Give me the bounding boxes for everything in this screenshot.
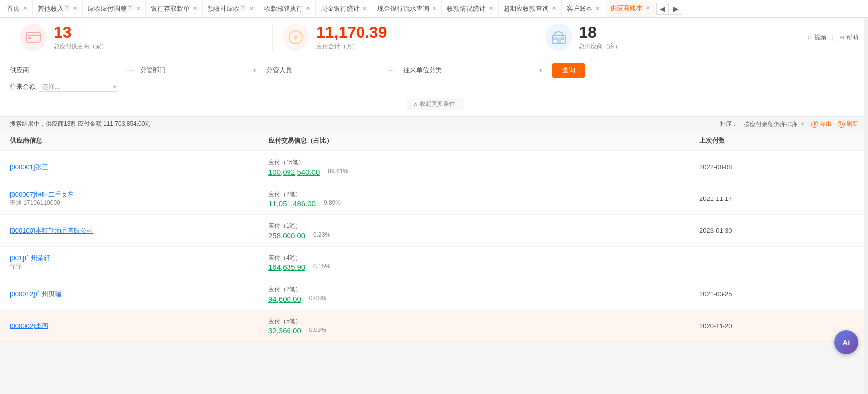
supplier-name-link[interactable]: [000007]恒旺二手叉车	[10, 190, 268, 199]
sort-select-wrap: 按应付余额倒序排序	[744, 121, 805, 128]
nav-tab-ar-ap-adjust[interactable]: 应收应付调整单 ✕	[83, 0, 146, 18]
dept-select[interactable]	[169, 66, 258, 75]
person-dots-icon[interactable]: ···	[388, 66, 395, 75]
tx-amount[interactable]: 164,635.90	[268, 263, 305, 271]
nav-prev-arrow[interactable]: ◀	[656, 3, 669, 15]
tx-amount[interactable]: 100,092,540.00	[268, 168, 320, 176]
nav-tab-home-label: 首页	[7, 4, 20, 13]
tx-percent: 9.89%	[324, 199, 341, 206]
nav-tab-close[interactable]: ✕	[646, 5, 650, 11]
nav-tab-close[interactable]: ✕	[136, 5, 141, 12]
nav-tab-supplier-ledger[interactable]: 供应商账本 ✕	[605, 0, 655, 18]
nav-tab-label: 收款核销执行	[264, 4, 303, 13]
nav-tab-close[interactable]: ✕	[595, 5, 600, 12]
supplier-dots-icon[interactable]: ···	[126, 66, 132, 75]
svg-rect-8	[561, 37, 564, 40]
nav-tab-close[interactable]: ✕	[306, 5, 310, 12]
last-pay-date: 2022-08-08	[699, 163, 732, 171]
nav-tab-receipt-stat[interactable]: 收款情况统计 ✕	[442, 0, 499, 18]
nav-tab-customer-ledger[interactable]: 客户账本 ✕	[562, 0, 605, 18]
stat-total-suppliers: 18 总供应商（家）	[535, 24, 797, 51]
right-scrollbar[interactable]	[864, 18, 868, 342]
last-pay-cell: 2022-08-08	[699, 163, 858, 171]
nav-tab-cash-bank-stat[interactable]: 现金银行统计 ✕	[316, 0, 372, 18]
nav-tab-label: 银行存取款单	[151, 4, 190, 13]
supplier-cell: [000002]李四	[10, 322, 268, 330]
nav-next-arrow[interactable]: ▶	[670, 3, 682, 15]
filter-bar: 供应商 ··· 分管部门 分管人员 ··· 往来单位分类 查询	[0, 57, 868, 117]
refresh-button[interactable]: ↻ 刷新	[838, 120, 858, 128]
nav-tab-close[interactable]: ✕	[552, 5, 556, 12]
top-navigation: 首页 ✕ 其他收入单 ✕ 应收应付调整单 ✕ 银行存取款单 ✕ 预收冲应收单 ✕…	[0, 0, 868, 18]
sort-select[interactable]: 按应付余额倒序排序	[744, 121, 805, 128]
export-button[interactable]: ⬇ 导出	[811, 120, 832, 128]
tx-amount[interactable]: 11,051,486.00	[268, 199, 316, 208]
header-tx-info: 应付交易信息（占比）	[268, 136, 699, 145]
tx-amount[interactable]: 32,366.00	[268, 327, 301, 335]
filter-category: 往来单位分类	[403, 66, 544, 75]
nav-tab-pre-ar[interactable]: 预收冲应收单 ✕	[203, 0, 259, 18]
nav-tab-close[interactable]: ✕	[73, 5, 77, 12]
nav-tab-other-income[interactable]: 其他收入单 ✕	[33, 0, 83, 18]
filter-balance: 往来余额 选择...	[10, 82, 118, 92]
nav-tab-close[interactable]: ✕	[489, 5, 493, 12]
collapse-button[interactable]: ∧ 收起更多条件	[406, 98, 463, 110]
category-select[interactable]	[445, 66, 544, 75]
supplier-name-link[interactable]: [000100]本特勒油品有限公司	[10, 226, 268, 235]
sort-label: 排序：	[720, 120, 738, 128]
nav-tab-close[interactable]: ✕	[432, 5, 436, 12]
supplier-input[interactable]	[32, 66, 122, 75]
filter-row-2: 往来余额 选择...	[10, 82, 858, 92]
svg-rect-2	[28, 37, 31, 39]
data-table: 供应商信息 应付交易信息（占比） 上次付数 [000001]张三 应付（15笔）…	[0, 131, 868, 342]
nav-tab-home[interactable]: 首页 ✕	[2, 0, 33, 18]
nav-tab-close[interactable]: ✕	[193, 5, 197, 12]
last-pay-date: 2020-11-20	[699, 322, 732, 329]
supplier-name-link[interactable]: [001]广州荣轩	[10, 254, 268, 263]
total-suppliers-label: 总供应商（家）	[579, 42, 621, 51]
nav-tab-label: 现金银行流水查询	[377, 4, 429, 13]
refresh-label: 刷新	[846, 120, 858, 128]
last-pay-date: 2021-03-25	[699, 290, 732, 298]
video-icon: ⊙	[807, 34, 812, 41]
tx-amount[interactable]: 94,600.00	[268, 295, 301, 303]
nav-tab-close[interactable]: ✕	[362, 5, 367, 12]
last-pay-date: 2021-11-17	[699, 195, 732, 202]
tx-cell: 应付（1笔） 258,000.00 0.23%	[268, 222, 699, 240]
tx-label: 应付（2笔）	[268, 285, 699, 294]
tx-cell: 应付（15笔） 100,092,540.00 89.61%	[268, 158, 699, 176]
supplier-name-link[interactable]: [000012]广州贝瑞	[10, 290, 268, 299]
person-input[interactable]	[295, 66, 384, 75]
nav-tab-overdue-query[interactable]: 超期应收款查询 ✕	[499, 0, 562, 18]
nav-tab-label: 预收冲应收单	[208, 4, 246, 13]
balance-select-wrap: 选择...	[39, 82, 118, 92]
tx-percent: 0.08%	[309, 295, 326, 302]
last-pay-date: 2023-01-30	[699, 227, 732, 234]
tx-amount[interactable]: 258,000.00	[268, 231, 305, 240]
supplier-cell: [001]广州荣轩 仔仔	[10, 254, 268, 271]
nav-tab-cash-flow-query[interactable]: 现金银行流水查询 ✕	[372, 0, 442, 18]
dept-select-wrap	[169, 66, 258, 75]
supplier-name-link[interactable]: [000002]李四	[10, 322, 268, 330]
table-row-highlighted: [000002]李四 应付（5笔） 32,366.00 0.03% 2020-1…	[0, 310, 868, 342]
payable-total-label: 应付合计（万）	[316, 42, 387, 51]
balance-select[interactable]: 选择...	[39, 82, 118, 92]
supplier-sub: 王通 17106110000	[10, 199, 60, 206]
supplier-sub: 仔仔	[10, 263, 22, 270]
nav-tab-receipt-verify[interactable]: 收款核销执行 ✕	[259, 0, 316, 18]
nav-tab-label: 超期应收款查询	[504, 4, 549, 13]
nav-tab-bank-deposit[interactable]: 银行存取款单 ✕	[146, 0, 203, 18]
supplier-cell: [000007]恒旺二手叉车 王通 17106110000	[10, 190, 268, 207]
help-link[interactable]: ⊙ 帮助	[840, 33, 858, 42]
video-link[interactable]: ⊙ 视频	[807, 33, 826, 42]
nav-tab-label: 收款情况统计	[447, 4, 486, 13]
result-bar-right: 排序： 按应付余额倒序排序 ⬇ 导出 ↻ 刷新	[720, 120, 858, 128]
supplier-name-link[interactable]: [000001]张三	[10, 163, 268, 172]
query-button[interactable]: 查询	[552, 63, 585, 78]
nav-tab-close[interactable]: ✕	[249, 5, 254, 12]
svg-text:¥: ¥	[293, 34, 298, 41]
tx-label: 应付（4笔）	[268, 254, 699, 262]
nav-tab-home-close[interactable]: ✕	[23, 5, 27, 12]
result-bar: 搜索结果中，供应商13家 应付金额 111,703,854.00元 排序： 按应…	[0, 117, 868, 131]
refresh-icon: ↻	[838, 121, 845, 128]
